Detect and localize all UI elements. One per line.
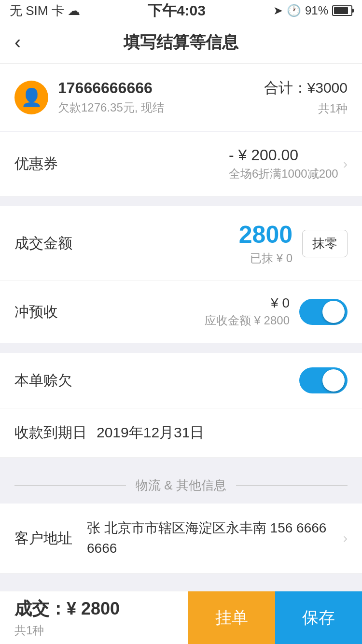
status-left: 无 SIM 卡 ☁ — [10, 2, 80, 19]
divider-line-right — [236, 485, 348, 486]
avatar-icon: 👤 — [21, 87, 42, 108]
coupon-info: - ¥ 200.00 全场6折满1000减200 — [229, 146, 338, 182]
save-button[interactable]: 保存 — [275, 591, 362, 644]
divider-2 — [0, 343, 362, 353]
status-right: ➤ 🕐 91% — [273, 4, 352, 17]
address-row[interactable]: 客户地址 张 北京市市辖区海淀区永丰南 156 6666 6666 › — [0, 504, 362, 574]
page-title: 填写结算等信息 — [124, 31, 238, 54]
section-divider-text: 物流 & 其他信息 — [136, 477, 226, 494]
due-date-label: 收款到期日 — [14, 423, 87, 443]
prepaid-values: ¥ 0 应收金额 ¥ 2800 — [205, 295, 290, 328]
hang-button[interactable]: 挂单 — [188, 591, 275, 644]
customer-phone: 17666666666 — [58, 79, 164, 97]
credit-toggle-thumb — [322, 369, 345, 392]
bottom-bar: 成交：¥ 2800 共1种 挂单 保存 — [0, 591, 362, 644]
bottom-deal-label: 成交： — [14, 599, 67, 618]
customer-right: 合计：¥3000 共1种 — [264, 78, 348, 116]
transaction-row: 成交金额 2800 已抹 ¥ 0 抹零 — [0, 206, 362, 281]
avatar: 👤 — [14, 81, 48, 114]
bottom-summary: 成交：¥ 2800 共1种 — [0, 591, 188, 644]
customer-debt: 欠款1276.35元, 现结 — [58, 100, 164, 115]
divider-1 — [0, 196, 362, 206]
logistics-divider: 物流 & 其他信息 — [0, 467, 362, 504]
prepaid-toggle-thumb — [322, 301, 345, 323]
prepaid-row: 冲预收 ¥ 0 应收金额 ¥ 2800 — [0, 281, 362, 343]
coupon-chevron: › — [343, 156, 348, 172]
credit-toggle[interactable] — [299, 367, 348, 393]
prepaid-label: 冲预收 — [14, 302, 58, 322]
coupon-right: - ¥ 200.00 全场6折满1000减200 › — [229, 146, 348, 182]
sim-label: 无 SIM 卡 ☁ — [10, 2, 80, 19]
credit-label: 本单赊欠 — [14, 371, 72, 391]
credit-right — [299, 367, 348, 393]
divider-line-left — [14, 485, 126, 486]
transaction-value-wrap: 2800 已抹 ¥ 0 — [239, 221, 292, 266]
battery-percent: 91% — [305, 4, 328, 17]
customer-total: 合计：¥3000 — [264, 78, 348, 98]
prepaid-toggle[interactable] — [299, 299, 348, 325]
customer-left: 👤 17666666666 欠款1276.35元, 现结 — [14, 79, 164, 115]
bottom-count: 共1种 — [14, 623, 174, 638]
prepaid-right: ¥ 0 应收金额 ¥ 2800 — [205, 295, 348, 328]
bottom-spacer — [0, 574, 362, 593]
due-date-row: 收款到期日 2019年12月31日 — [0, 408, 362, 458]
transaction-sub: 已抹 ¥ 0 — [239, 251, 292, 266]
location-icon: ➤ — [273, 4, 283, 17]
transaction-label: 成交金额 — [14, 234, 72, 253]
battery-icon — [332, 5, 352, 16]
prepaid-amount: ¥ 0 — [205, 295, 290, 311]
section-divider-inner: 物流 & 其他信息 — [14, 477, 348, 494]
divider-3 — [0, 458, 362, 467]
status-bar: 无 SIM 卡 ☁ 下午4:03 ➤ 🕐 91% — [0, 0, 362, 21]
transaction-value: 2800 — [239, 221, 292, 249]
address-label: 客户地址 — [14, 529, 72, 548]
round-zero-button[interactable]: 抹零 — [302, 230, 348, 257]
coupon-label: 优惠券 — [14, 154, 58, 174]
address-value: 张 北京市市辖区海淀区永丰南 156 6666 6666 — [87, 518, 343, 559]
customer-card: 👤 17666666666 欠款1276.35元, 现结 合计：¥3000 共1… — [0, 64, 362, 131]
nav-bar: ‹ 填写结算等信息 — [0, 21, 362, 64]
clock-icon: 🕐 — [287, 4, 301, 17]
customer-info: 17666666666 欠款1276.35元, 现结 — [58, 79, 164, 115]
customer-count: 共1种 — [264, 101, 348, 116]
status-time: 下午4:03 — [148, 1, 206, 21]
credit-row: 本单赊欠 — [0, 353, 362, 408]
bottom-deal: 成交：¥ 2800 — [14, 597, 174, 621]
coupon-desc: 全场6折满1000减200 — [229, 166, 338, 182]
back-button[interactable]: ‹ — [10, 27, 26, 58]
transaction-right: 2800 已抹 ¥ 0 抹零 — [239, 221, 348, 266]
due-date-value: 2019年12月31日 — [97, 423, 204, 443]
coupon-row[interactable]: 优惠券 - ¥ 200.00 全场6折满1000减200 › — [0, 132, 362, 196]
bottom-deal-amount: ¥ 2800 — [67, 599, 120, 618]
address-chevron: › — [343, 531, 348, 546]
prepaid-sub: 应收金额 ¥ 2800 — [205, 313, 290, 328]
coupon-amount: - ¥ 200.00 — [229, 146, 338, 164]
main-content: 👤 17666666666 欠款1276.35元, 现结 合计：¥3000 共1… — [0, 64, 362, 644]
